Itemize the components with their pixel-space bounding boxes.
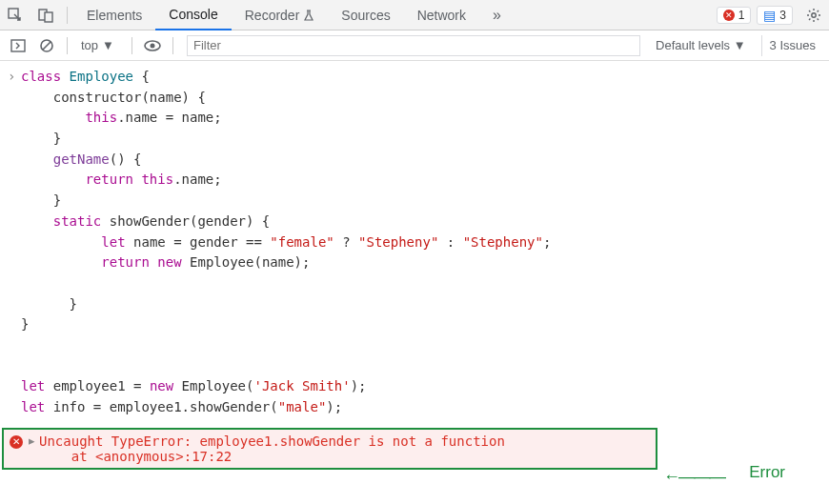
svg-rect-4 <box>11 40 25 51</box>
svg-point-3 <box>812 12 816 16</box>
chevron-down-icon: ▼ <box>734 38 746 52</box>
log-levels-selector[interactable]: Default levels ▼ <box>650 38 752 52</box>
sidebar-toggle-icon[interactable] <box>6 33 30 58</box>
svg-rect-2 <box>45 12 52 22</box>
tab-sources[interactable]: Sources <box>328 0 403 30</box>
console-output: › class Employee { constructor(name) { t… <box>0 61 829 424</box>
separator <box>172 37 173 54</box>
svg-point-8 <box>150 43 154 48</box>
svg-line-6 <box>43 42 51 50</box>
chevron-down-icon: ▼ <box>102 38 114 52</box>
flask-icon <box>303 10 314 21</box>
tab-network[interactable]: Network <box>404 0 479 30</box>
settings-icon[interactable] <box>800 2 827 29</box>
tab-recorder[interactable]: Recorder <box>232 0 329 30</box>
issues-button[interactable]: 3 Issues <box>761 35 823 56</box>
tab-overflow[interactable]: » <box>479 0 515 30</box>
console-input-row[interactable]: › class Employee { constructor(name) { t… <box>8 67 821 418</box>
device-toggle-icon[interactable] <box>32 2 59 29</box>
expand-icon[interactable]: ▸ <box>29 433 35 448</box>
code-block: class Employee { constructor(name) { thi… <box>21 67 551 418</box>
context-selector[interactable]: top▼ <box>75 38 124 52</box>
devtools-topbar: Elements Console Recorder Sources Networ… <box>0 0 829 30</box>
inspect-icon[interactable] <box>2 2 29 29</box>
separator <box>67 7 68 24</box>
filter-input[interactable] <box>187 35 640 56</box>
errors-badge[interactable]: ✕1 <box>717 7 752 24</box>
expand-icon[interactable]: › <box>8 67 21 88</box>
clear-console-icon[interactable] <box>34 33 59 58</box>
error-text: Uncaught TypeError: employee1.showGender… <box>39 433 505 464</box>
status-badges: ✕1 ▤3 <box>717 6 793 25</box>
separator <box>131 37 132 54</box>
annotation-arrow: ←——— <box>663 467 724 487</box>
tab-console[interactable]: Console <box>155 0 231 30</box>
console-error-row[interactable]: ✕ ▸ Uncaught TypeError: employee1.showGe… <box>2 428 657 470</box>
live-expression-icon[interactable] <box>140 33 165 58</box>
error-dot-icon: ✕ <box>723 10 735 21</box>
separator <box>67 37 68 54</box>
message-icon: ▤ <box>763 8 776 23</box>
panel-tabs: Elements Console Recorder Sources Networ… <box>73 0 717 30</box>
error-icon: ✕ <box>10 435 23 449</box>
console-toolbar: top▼ Default levels ▼ 3 Issues <box>0 30 829 61</box>
messages-badge[interactable]: ▤3 <box>757 6 793 25</box>
annotation-label: Error <box>749 463 785 482</box>
tab-elements[interactable]: Elements <box>73 0 155 30</box>
